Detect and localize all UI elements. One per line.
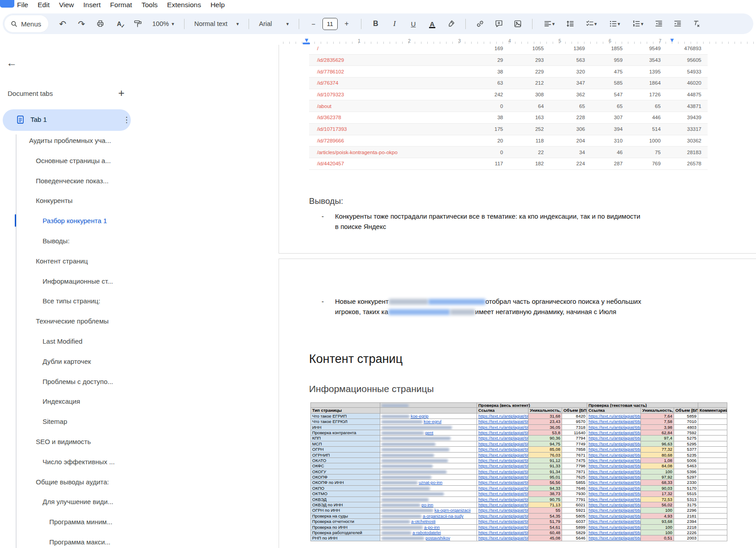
antiplagiat-link-2[interactable]: https://text.ru/antiplagiat/68a8: [587, 425, 641, 430]
antiplagiat-link-2[interactable]: https://text.ru/antiplagiat/68ac: [587, 480, 641, 485]
italic-button[interactable]: I: [390, 19, 399, 29]
page-url-tail-link[interactable]: a-organizacii-na-sudy: [423, 513, 464, 518]
antiplagiat-link-2[interactable]: https://text.ru/antiplagiat/68ac: [587, 491, 641, 496]
menus-search-button[interactable]: Menus: [4, 15, 48, 32]
font-select[interactable]: Arial ▾: [259, 20, 289, 27]
outline-item[interactable]: Контент страниц: [36, 257, 88, 265]
antiplagiat-link-1[interactable]: https://text.ru/antiplagiat/68: [477, 447, 528, 452]
bold-button[interactable]: B: [371, 19, 380, 29]
menu-extensions[interactable]: Extensions: [165, 1, 203, 9]
outline-item[interactable]: Общие выводы аудита:: [36, 478, 109, 486]
antiplagiat-link-2[interactable]: https://text.ru/antiplagiat/68ac: [587, 453, 641, 458]
menu-file[interactable]: File: [15, 1, 30, 9]
antiplagiat-link-2[interactable]: https://text.ru/antiplagiat/68ac: [587, 508, 641, 513]
decrease-font-size-button[interactable]: −: [309, 19, 318, 29]
page-url-tail-link[interactable]: gent: [425, 430, 434, 435]
page-url-tail-link[interactable]: ka-ogrn-organizacii: [434, 508, 471, 513]
zoom-select[interactable]: 100% ▾: [152, 20, 174, 27]
antiplagiat-link-2[interactable]: https://text.ru/antiplagiat/68ac: [587, 525, 641, 530]
add-tab-button[interactable]: +: [118, 87, 125, 99]
outline-item[interactable]: Sitemap: [43, 418, 67, 425]
page-path-link[interactable]: /id/4420457: [309, 161, 459, 166]
antiplagiat-link-2[interactable]: https://text.ru/antiplagiat/68ac: [587, 475, 641, 480]
outline-item[interactable]: Аудиты проблемных уча...: [29, 137, 111, 144]
page-url-tail-link[interactable]: uznat-po-inn: [419, 480, 442, 485]
antiplagiat-link-2[interactable]: https://text.ru/antiplagiat/68ac: [587, 502, 641, 508]
antiplagiat-link-1[interactable]: https://text.ru/antiplagiat/68: [477, 491, 528, 496]
add-comment-button[interactable]: [494, 19, 503, 29]
antiplagiat-link-1[interactable]: https://text.ru/antiplagiat/68: [477, 425, 528, 430]
outline-item[interactable]: Для улучшение види...: [43, 498, 113, 505]
page-path-link[interactable]: /id/10717393: [309, 126, 459, 132]
antiplagiat-link-1[interactable]: https://text.ru/antiplagiat/68: [477, 458, 528, 463]
insert-image-button[interactable]: [513, 19, 522, 29]
outline-item[interactable]: Информационные ст...: [43, 277, 113, 285]
page-path-link[interactable]: /id/7786102: [309, 69, 459, 74]
page-path-link[interactable]: /id/2835629: [309, 57, 459, 63]
antiplagiat-link-1[interactable]: https://text.ru/antiplagiat/68: [477, 535, 528, 541]
antiplagiat-link-1[interactable]: https://text.ru/antiplagiat/68: [477, 480, 528, 485]
outline-item[interactable]: Выводы:: [43, 237, 69, 245]
menu-help[interactable]: Help: [209, 1, 227, 9]
antiplagiat-link-2[interactable]: https://text.ru/antiplagiat/68a8: [587, 419, 641, 424]
outline-item[interactable]: Конкуренты: [36, 197, 73, 204]
redo-button[interactable]: ↷: [77, 19, 86, 29]
outline-item[interactable]: Основные страницы а...: [36, 157, 111, 164]
antiplagiat-link-2[interactable]: https://text.ru/antiplagiat/68ac: [587, 469, 641, 475]
antiplagiat-link-1[interactable]: https://text.ru/antiplagiat/68: [477, 469, 528, 475]
insert-link-button[interactable]: [476, 19, 485, 29]
antiplagiat-link-2[interactable]: https://text.ru/antiplagiat/68ac: [587, 447, 641, 452]
antiplagiat-link-1[interactable]: https://text.ru/antiplagiat/68: [477, 453, 528, 458]
page-url-tail-link[interactable]: koe-egrul: [424, 419, 442, 424]
outline-item[interactable]: Программа миним...: [49, 518, 112, 526]
page-url-tail-link[interactable]: po-inn: [421, 502, 433, 507]
paint-format-button[interactable]: [133, 19, 142, 29]
redacted-link-blur[interactable]: [388, 309, 450, 315]
text-color-button[interactable]: A: [428, 19, 437, 29]
print-button[interactable]: [96, 19, 105, 29]
antiplagiat-link-1[interactable]: https://text.ru/antiplagiat/68: [477, 419, 528, 424]
page-url-tail-link[interactable]: postavshikov: [425, 535, 450, 540]
antiplagiat-link-1[interactable]: https://text.ru/antiplagiat/68: [477, 525, 528, 530]
antiplagiat-link-2[interactable]: https://text.ru/antiplagiat/68ac: [587, 463, 641, 469]
antiplagiat-link-1[interactable]: https://text.ru/antiplagiat/68: [477, 486, 528, 491]
antiplagiat-link-1[interactable]: https://text.ru/antiplagiat/68: [477, 502, 528, 508]
spell-check-button[interactable]: A ✓: [115, 19, 124, 29]
numbered-list-button[interactable]: ▾: [631, 19, 644, 29]
align-button[interactable]: ▾: [542, 19, 556, 29]
menu-view[interactable]: View: [57, 1, 76, 9]
antiplagiat-link-1[interactable]: https://text.ru/antiplagiat/68: [477, 436, 528, 441]
antiplagiat-link-1[interactable]: https://text.ru/antiplagiat/68: [477, 430, 528, 436]
page-url-tail-link[interactable]: koe-egrip: [411, 414, 429, 419]
page-path-link[interactable]: /about: [309, 104, 459, 109]
increase-indent-button[interactable]: [673, 19, 682, 29]
page-path-link[interactable]: /id/362378: [309, 115, 459, 120]
outline-item[interactable]: Индексация: [43, 397, 80, 405]
underline-button[interactable]: U: [409, 19, 418, 29]
page-path-link[interactable]: /: [309, 46, 459, 51]
tab-options-button[interactable]: ⋮: [123, 115, 130, 125]
decrease-indent-button[interactable]: [654, 19, 663, 29]
outline-item[interactable]: Технические проблемы: [36, 317, 109, 325]
antiplagiat-link-2[interactable]: https://text.ru/antiplagiat/68ac: [587, 458, 641, 463]
checklist-button[interactable]: ▾: [584, 19, 598, 29]
close-outline-button[interactable]: ←: [6, 56, 17, 69]
undo-button[interactable]: ↶: [58, 19, 67, 29]
outline-item[interactable]: Программа макси...: [49, 538, 111, 546]
outline-item[interactable]: Дубли карточек: [43, 358, 91, 365]
highlight-color-button[interactable]: [447, 19, 455, 29]
page-path-link[interactable]: /id/7289666: [309, 138, 459, 143]
outline-item[interactable]: SEO и видимость: [36, 438, 91, 445]
antiplagiat-link-1[interactable]: https://text.ru/antiplagiat/68: [477, 441, 528, 447]
font-size-input[interactable]: 11: [322, 18, 338, 30]
antiplagiat-link-1[interactable]: https://text.ru/antiplagiat/68: [477, 508, 528, 513]
redacted-link-blur[interactable]: [428, 299, 485, 305]
antiplagiat-link-1[interactable]: https://text.ru/antiplagiat/68: [477, 530, 528, 535]
antiplagiat-link-2[interactable]: https://text.ru/antiplagiat/68a8: [587, 414, 641, 419]
clear-formatting-button[interactable]: [692, 19, 701, 29]
antiplagiat-link-2[interactable]: https://text.ru/antiplagiat/68ac: [587, 441, 641, 447]
outline-item[interactable]: Поведенческие показ...: [36, 177, 108, 185]
outline-item[interactable]: Проблемы с доступо...: [43, 378, 113, 385]
outline-item[interactable]: Число эффективных ...: [43, 458, 115, 466]
antiplagiat-link-2[interactable]: https://text.ru/antiplagiat/68a8: [587, 436, 641, 441]
